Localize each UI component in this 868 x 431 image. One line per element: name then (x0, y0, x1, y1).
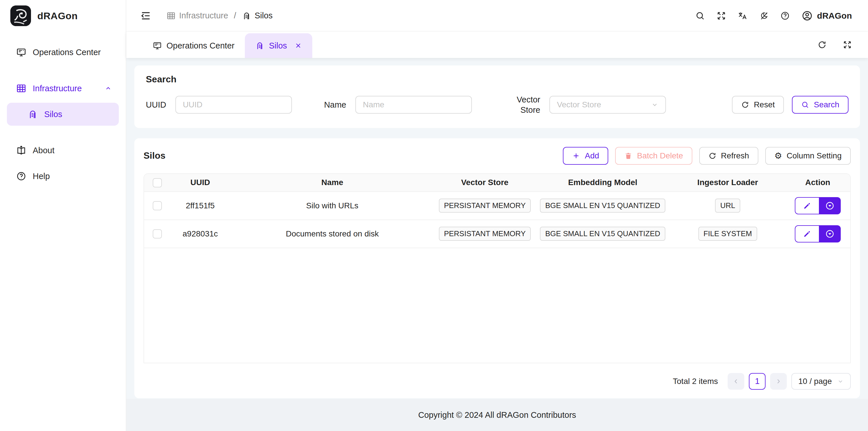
select-all-checkbox[interactable] (153, 178, 162, 187)
fullscreen-icon[interactable] (716, 11, 726, 21)
row-actions (795, 197, 841, 214)
copyright-text: Copyright © 2024 All dRAGon Contributors (418, 410, 576, 420)
sidebar-item-label: Silos (44, 110, 112, 119)
chevron-down-icon (837, 378, 844, 385)
search-panel-title: Search (146, 74, 848, 85)
next-page-button[interactable] (770, 373, 787, 390)
batch-delete-button-label: Batch Delete (637, 151, 683, 160)
pencil-icon (803, 229, 811, 238)
sidebar-item-label: Infrastructure (33, 84, 104, 93)
help-circle-icon[interactable] (780, 11, 790, 21)
page-tabs: Operations Center Silos (126, 32, 868, 58)
ingestor-loader-tag: URL (715, 198, 740, 213)
add-button-label: Add (585, 151, 599, 160)
page-content: Search UUID Name Vector Store (126, 58, 868, 399)
dragon-logo (10, 5, 31, 26)
add-button[interactable]: Add (563, 147, 608, 165)
close-icon[interactable] (294, 42, 302, 49)
vector-store-select[interactable]: Vector Store (549, 96, 666, 114)
user-name: dRAGon (817, 11, 852, 21)
more-actions-button[interactable] (819, 225, 841, 243)
sidebar-item-label: About (33, 146, 112, 155)
search-icon[interactable] (695, 11, 705, 21)
silos-panel-title: Silos (144, 150, 165, 161)
batch-delete-button[interactable]: Batch Delete (615, 147, 692, 165)
edit-button[interactable] (795, 225, 819, 243)
sidebar-item-label: Help (33, 172, 112, 181)
translate-icon[interactable] (738, 11, 747, 21)
vector-store-field-group: Vector Store Vector Store (503, 94, 666, 115)
tab-silos[interactable]: Silos (245, 33, 312, 58)
pagination-total: Total 2 items (673, 377, 718, 386)
column-setting-button-label: Column Setting (787, 151, 842, 160)
breadcrumb: Infrastructure / Silos (166, 11, 273, 20)
monitor-icon (153, 41, 162, 50)
refresh-button[interactable]: Refresh (699, 147, 758, 165)
expand-icon[interactable] (843, 40, 852, 49)
column-header-uuid: UUID (170, 174, 230, 192)
app-title: dRAGon (37, 10, 78, 22)
theme-toggle-icon[interactable] (759, 11, 769, 21)
silo-icon (28, 109, 38, 119)
page-number-button[interactable]: 1 (749, 373, 766, 390)
row-actions (795, 225, 841, 243)
silos-panel: Silos Add Batch Delete Refresh (134, 138, 860, 398)
page-footer: Copyright © 2024 All dRAGon Contributors (126, 399, 868, 431)
monitor-icon (16, 47, 26, 57)
column-header-vector-store: Vector Store (434, 174, 535, 192)
reload-icon (741, 101, 749, 109)
sidebar-item-help[interactable]: Help (7, 165, 119, 188)
more-actions-button[interactable] (819, 197, 841, 214)
sidebar-item-about[interactable]: About (7, 139, 119, 162)
uuid-input[interactable] (175, 96, 292, 114)
search-button-label: Search (814, 100, 839, 109)
table-row: 2ff151f5 Silo with URLs PERSISTANT MEMOR… (144, 192, 850, 220)
table-header-row: UUID Name Vector Store Embedding Model I… (144, 174, 850, 192)
edit-button[interactable] (795, 197, 819, 214)
breadcrumb-label: Silos (255, 11, 273, 20)
column-setting-button[interactable]: ⚙ Column Setting (765, 147, 851, 165)
silo-icon (242, 11, 251, 20)
reset-button-label: Reset (754, 100, 775, 109)
reload-icon[interactable] (817, 40, 827, 49)
sidebar-item-silos[interactable]: Silos (7, 103, 119, 126)
sidebar: dRAGon Operations Center Infrastructure … (0, 0, 126, 431)
sidebar-item-infrastructure[interactable]: Infrastructure (7, 77, 119, 100)
row-checkbox[interactable] (153, 229, 162, 239)
reset-button[interactable]: Reset (732, 96, 784, 114)
vector-store-tag: PERSISTANT MEMORY (439, 227, 531, 241)
table-toolbar: Add Batch Delete Refresh ⚙ Column Se (563, 147, 851, 165)
gear-icon: ⚙ (774, 152, 782, 160)
vector-store-label: Vector Store (503, 94, 540, 115)
column-header-ingestor-loader: Ingestor Loader (670, 174, 785, 192)
ingestor-loader-tag: FILE SYSTEM (699, 227, 757, 241)
uuid-field-group: UUID (146, 96, 292, 114)
page-size-select[interactable]: 10 / page (792, 373, 851, 390)
tab-operations-center[interactable]: Operations Center (143, 33, 245, 58)
search-form: UUID Name Vector Store Vector Store (146, 94, 848, 115)
help-circle-icon (16, 171, 26, 181)
header-actions: dRAGon (695, 10, 852, 22)
chevron-left-icon (732, 378, 740, 385)
table-row: a928031c Documents stored on disk PERSIS… (144, 220, 850, 248)
user-menu[interactable]: dRAGon (801, 10, 852, 22)
menu-fold-icon[interactable] (140, 10, 152, 22)
cell-uuid: 2ff151f5 (170, 192, 230, 220)
book-icon (16, 145, 26, 156)
app-root: dRAGon Operations Center Infrastructure … (0, 0, 868, 431)
name-input[interactable] (355, 96, 472, 114)
pencil-icon (803, 202, 811, 210)
trash-icon (624, 152, 632, 160)
page-size-value: 10 / page (798, 377, 832, 386)
breadcrumb-item-infrastructure[interactable]: Infrastructure (166, 11, 228, 20)
breadcrumb-item-silos[interactable]: Silos (242, 11, 273, 20)
embedding-model-tag: BGE SMALL EN V15 QUANTIZED (540, 227, 665, 241)
search-button[interactable]: Search (792, 96, 848, 114)
sidebar-menu: Operations Center Infrastructure Silos A… (0, 32, 126, 188)
sidebar-item-operations-center[interactable]: Operations Center (7, 41, 119, 64)
row-checkbox[interactable] (153, 201, 162, 210)
previous-page-button[interactable] (727, 373, 744, 390)
cell-name: Documents stored on disk (230, 220, 434, 248)
search-icon (801, 101, 809, 109)
breadcrumb-label: Infrastructure (179, 11, 228, 20)
